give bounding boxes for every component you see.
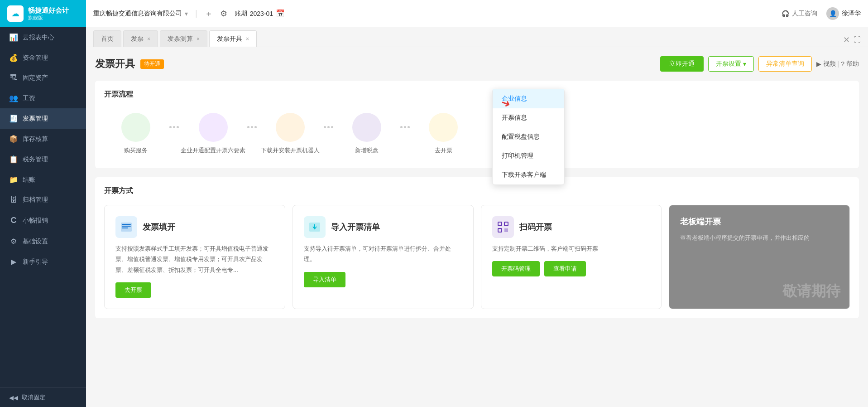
svg-point-2: [206, 120, 221, 135]
tab-tesuan-close[interactable]: ×: [197, 36, 200, 42]
svg-point-6: [360, 120, 374, 135]
sidebar-item-xiaochang[interactable]: C 小畅报销: [0, 210, 86, 231]
sidebar-item-kucun[interactable]: 📦 库存核算: [0, 129, 86, 149]
logo-text-area: 畅捷通好会计 旗舰版: [28, 6, 69, 22]
page-actions: 立即开通 开票设置 ▾ 异常清单查询 ▶ 视频 | ? 帮助: [660, 56, 859, 72]
tab-fapiao[interactable]: 发票 ×: [123, 30, 158, 47]
pin-icon: ◀◀: [9, 394, 18, 401]
sidebar-item-label: 新手引导: [23, 258, 48, 266]
method-card-import-header: 导入开票清单: [304, 216, 462, 238]
scan-card-icon: [492, 216, 514, 238]
sidebar-item-jichu[interactable]: ⚙ 基础设置: [0, 231, 86, 252]
flow-section-title: 开票流程: [104, 90, 850, 99]
calendar-icon[interactable]: 📅: [276, 9, 285, 18]
topbar: 重庆畅捷交通信息咨询有限公司 ▾ | ＋ ⚙ 账期 2023-01 📅 🎧 人工…: [86, 0, 868, 27]
tab-fapiao-kaiju[interactable]: 发票开具 ×: [209, 30, 257, 47]
fill-card-title: 发票填开: [143, 222, 175, 233]
import-card-button[interactable]: 导入清单: [304, 272, 345, 287]
dropdown-item-printer[interactable]: 打印机管理: [493, 146, 564, 165]
flow-step-3: 🤖 下载并安装开票机器人: [259, 113, 322, 155]
sidebar-item-gudingzichan[interactable]: 🏗 固定资产: [0, 68, 86, 88]
sidebar-item-jiezhang[interactable]: 📁 结账: [0, 170, 86, 190]
sidebar-item-label: 结账: [23, 176, 35, 184]
question-icon: ?: [841, 60, 844, 68]
scan-qr-button[interactable]: 开票码管理: [492, 261, 540, 276]
methods-section-title: 开票方式: [104, 186, 850, 196]
dropdown-item-invoice-info[interactable]: 开票信息: [493, 108, 564, 127]
tab-expand-icon[interactable]: ⛶: [854, 36, 861, 44]
service-button[interactable]: 🎧 人工咨询: [782, 10, 817, 18]
period-label: 账期: [235, 10, 247, 18]
user-menu[interactable]: 👤 徐泽华: [826, 7, 861, 20]
flow-step-1-icon: 🛒: [121, 113, 150, 142]
avatar-icon: 👤: [829, 10, 837, 17]
tab-kaiju-close[interactable]: ×: [246, 36, 249, 42]
method-card-fill-header: 发票填开: [115, 216, 274, 238]
tab-close-all-icon[interactable]: ✕: [843, 35, 850, 45]
import-card-desc: 支持导入待开票清单，可对待开票清单进行拆分、合并处理。: [304, 243, 462, 265]
flow-step-5-icon: 📄: [429, 113, 458, 142]
topbar-settings-icon[interactable]: ⚙: [220, 9, 227, 19]
play-icon: ▶: [816, 60, 821, 68]
sidebar-item-gongzi[interactable]: 👥 工资: [0, 88, 86, 108]
svg-point-8: [436, 120, 451, 135]
sidebar-item-zijin[interactable]: 💰 资金管理: [0, 48, 86, 68]
sidebar-item-yunbao[interactable]: 📊 云报表中心: [0, 27, 86, 48]
sidebar-item-label: 库存核算: [23, 135, 48, 143]
flow-step-3-label: 下载并安装开票机器人: [261, 146, 320, 155]
logo-icon: ☁: [7, 5, 24, 22]
settings-button[interactable]: 开票设置 ▾: [708, 56, 754, 72]
fill-card-button[interactable]: 去开票: [115, 282, 151, 298]
headset-icon: 🎧: [782, 10, 789, 17]
dropdown-item-tax-disk[interactable]: 配置税盘信息: [493, 127, 564, 146]
flow-step-3-icon: 🤖: [276, 113, 305, 142]
sidebar-item-guidang[interactable]: 🗄 归档管理: [0, 190, 86, 210]
activate-button[interactable]: 立即开通: [660, 56, 704, 72]
method-card-scan: 扫码开票 支持定制开票二维码，客户端可扫码开票 开票码管理 查看申请: [481, 205, 662, 309]
company-name: 重庆畅捷交通信息咨询有限公司: [93, 10, 182, 18]
settings-chevron-icon: ▾: [743, 60, 746, 68]
flow-step-4: 🏷 新增税盘: [335, 113, 398, 155]
tab-fapiao-close[interactable]: ×: [147, 36, 150, 42]
jichu-icon: ⚙: [9, 237, 18, 246]
help-label: 帮助: [846, 60, 859, 68]
company-selector[interactable]: 重庆畅捷交通信息咨询有限公司 ▾: [93, 10, 188, 18]
svg-rect-18: [504, 228, 508, 232]
sidebar-item-xinshou[interactable]: ▶ 新手引导: [0, 252, 86, 272]
tab-kaiju-label: 发票开具: [217, 35, 242, 43]
tab-home[interactable]: 首页: [93, 30, 121, 47]
sidebar-item-fapiao[interactable]: 🧾 发票管理: [0, 108, 86, 129]
page-title-area: 发票开具 待开通: [95, 57, 164, 71]
sidebar-item-label: 云报表中心: [23, 34, 54, 42]
scan-apply-button[interactable]: 查看申请: [544, 261, 586, 276]
method-cards: 发票填开 支持按照发票样式手工填开发票；可开具增值税电子普通发票、增值税普通发票…: [104, 205, 850, 309]
tab-fapiao-tesuan[interactable]: 发票测算 ×: [160, 30, 207, 47]
svg-rect-15: [498, 222, 502, 226]
flow-section: 开票流程 🛒 购买服务 ⚙ 企业开通配置开票六要素: [95, 81, 859, 168]
shuiwu-icon: 📋: [9, 155, 18, 164]
sidebar-item-shuiwu[interactable]: 📋 税务管理: [0, 149, 86, 170]
add-company-button[interactable]: ＋: [205, 8, 213, 19]
import-card-title: 导入开票清单: [331, 222, 380, 233]
flow-step-2: ⚙ 企业开通配置开票六要素: [181, 113, 245, 155]
svg-rect-12: [122, 226, 131, 227]
svg-point-4: [283, 120, 297, 135]
svg-rect-16: [498, 228, 502, 232]
scan-card-title: 扫码开票: [519, 222, 552, 233]
logo-title: 畅捷通好会计: [28, 6, 69, 15]
app-logo: ☁ 畅捷通好会计 旗舰版: [0, 0, 86, 27]
sidebar-bottom-action[interactable]: ◀◀ 取消固定: [0, 388, 86, 407]
gongzi-icon: 👥: [9, 94, 18, 102]
main-content: 发票开具 待开通 立即开通 开票设置 ▾ 异常清单查询 ▶ 视频 | ? 帮助 …: [86, 47, 868, 407]
avatar: 👤: [826, 7, 839, 20]
flow-steps: 🛒 购买服务 ⚙ 企业开通配置开票六要素 🤖: [104, 108, 850, 159]
boss-overlay-text: 敬请期待: [782, 281, 840, 301]
dropdown-item-download-client[interactable]: 下载开票客户端: [493, 165, 564, 184]
kucun-icon: 📦: [9, 135, 18, 143]
abnormal-button[interactable]: 异常清单查询: [758, 56, 812, 72]
sidebar-item-label: 小畅报销: [23, 217, 48, 225]
xinshou-icon: ▶: [9, 257, 18, 266]
flow-step-2-label: 企业开通配置开票六要素: [181, 146, 245, 155]
jiezhang-icon: 📁: [9, 175, 18, 184]
video-button[interactable]: ▶ 视频 | ? 帮助: [816, 60, 859, 68]
